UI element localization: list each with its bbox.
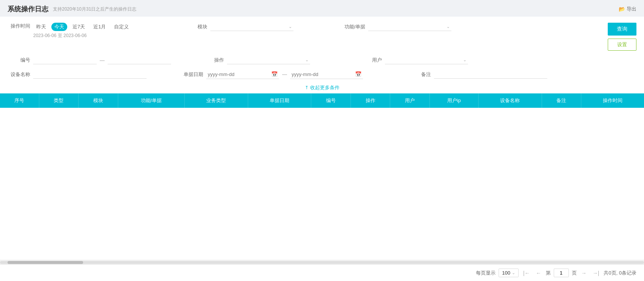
code-dash: — [100, 57, 105, 63]
page-label: 第 [546, 270, 551, 276]
calendar-to-icon[interactable]: 📅 [355, 71, 361, 77]
collapse-icon: ⤒ [305, 85, 309, 90]
col-device: 设备名称 [478, 93, 542, 108]
collapse-label: 收起更多条件 [310, 84, 340, 91]
col-module: 模块 [79, 93, 118, 108]
col-type: 类型 [39, 93, 78, 108]
page-prev-button[interactable]: ← [534, 269, 543, 277]
time-label: 操作时间 [8, 23, 30, 29]
scrollbar-track [0, 261, 644, 264]
time-range-text: 2023-06-06 至 2023-06-06 [33, 33, 132, 39]
filter-area: 操作时间 昨天 今天 近7天 近1月 自定义 2023-06-06 至 2023… [0, 17, 644, 93]
operation-label: 操作 [201, 57, 224, 64]
data-table: 序号 类型 模块 功能/单据 业务类型 单据日期 编号 操作 用户 用户ip 设… [0, 93, 644, 108]
calendar-from-icon[interactable]: 📅 [271, 71, 278, 77]
func-label: 功能/单据 [343, 23, 365, 30]
page-subtitle: 支持2020年10月31日之后产生的操作日志 [53, 6, 136, 12]
user-chevron-icon: ⌄ [463, 57, 466, 62]
pagination: 每页显示 100 ⌄ |← ← 第 页 → →| 共0页, 0条记录 [0, 264, 644, 281]
remark-input[interactable] [434, 70, 547, 79]
module-select[interactable]: ⌄ [210, 23, 293, 31]
code-input-start[interactable] [33, 56, 97, 64]
col-operation: 操作 [351, 93, 390, 108]
col-doc-date: 单据日期 [248, 93, 311, 108]
col-user-ip: 用户ip [429, 93, 478, 108]
page-size-chevron-icon: ⌄ [512, 270, 515, 275]
date-to-wrapper: 📅 [290, 70, 363, 79]
empty-area [0, 139, 644, 260]
col-user: 用户 [390, 93, 429, 108]
export-label: 导出 [627, 6, 636, 12]
device-input[interactable] [33, 70, 147, 79]
date-label: 单据日期 [181, 71, 203, 78]
col-index: 序号 [0, 93, 39, 108]
device-label: 设备名称 [8, 71, 30, 78]
time-opt-1month[interactable]: 近1月 [90, 23, 109, 31]
settings-button[interactable]: 设置 [608, 39, 636, 51]
export-button[interactable]: 📂 导出 [619, 6, 636, 12]
query-button[interactable]: 查询 [608, 23, 636, 36]
date-dash: — [282, 71, 287, 77]
table-header-row: 序号 类型 模块 功能/单据 业务类型 单据日期 编号 操作 用户 用户ip 设… [0, 93, 644, 108]
page-size-select[interactable]: 100 ⌄ [499, 269, 519, 277]
col-remark: 备注 [542, 93, 581, 108]
module-label: 模块 [185, 23, 207, 30]
page-num-input[interactable] [554, 269, 569, 277]
page-size-label: 每页显示 [476, 270, 496, 276]
time-opt-custom[interactable]: 自定义 [111, 23, 132, 31]
table-container: 序号 类型 模块 功能/单据 业务类型 单据日期 编号 操作 用户 用户ip 设… [0, 93, 644, 139]
main-content: 序号 类型 模块 功能/单据 业务类型 单据日期 编号 操作 用户 用户ip 设… [0, 93, 644, 260]
func-select[interactable]: ⌄ [368, 23, 451, 31]
col-func: 功能/单据 [118, 93, 184, 108]
page-last-button[interactable]: →| [591, 269, 601, 277]
operation-select[interactable]: ⌄ [227, 56, 310, 64]
time-opt-today[interactable]: 今天 [51, 23, 67, 31]
horizontal-scrollbar[interactable] [0, 260, 644, 264]
page-unit: 页 [572, 270, 577, 276]
user-select[interactable]: ⌄ [385, 56, 468, 64]
scrollbar-thumb[interactable] [8, 261, 83, 264]
action-buttons: 查询 设置 [608, 23, 636, 51]
page-title: 系统操作日志 [8, 5, 48, 14]
time-opt-yesterday[interactable]: 昨天 [33, 23, 49, 31]
page-total: 共0页, 0条记录 [604, 270, 636, 276]
col-op-time: 操作时间 [581, 93, 644, 108]
collapse-bar[interactable]: ⤒ 收起更多条件 [8, 82, 636, 92]
col-code: 编号 [311, 93, 351, 108]
module-chevron-icon: ⌄ [289, 24, 292, 29]
date-from-wrapper: 📅 [206, 70, 279, 79]
page-size-value: 100 [502, 270, 510, 276]
user-label: 用户 [359, 57, 382, 64]
date-to-input[interactable] [292, 71, 355, 77]
remark-label: 备注 [408, 71, 431, 78]
func-chevron-icon: ⌄ [446, 24, 450, 29]
code-label: 编号 [8, 57, 30, 64]
operation-chevron-icon: ⌄ [305, 57, 309, 62]
col-biz-type: 业务类型 [185, 93, 248, 108]
code-input-end[interactable] [108, 56, 171, 64]
date-from-input[interactable] [208, 71, 271, 77]
page-next-button[interactable]: → [580, 269, 588, 277]
time-opt-7days[interactable]: 近7天 [69, 23, 88, 31]
page-first-button[interactable]: |← [522, 269, 531, 277]
export-icon: 📂 [619, 6, 625, 12]
